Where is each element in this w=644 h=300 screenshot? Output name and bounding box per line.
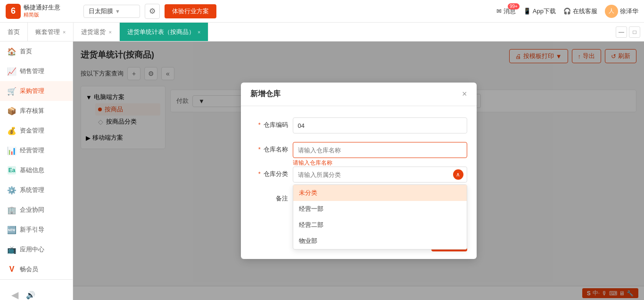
dropdown-item-dept1[interactable]: 经营一部 bbox=[293, 201, 467, 217]
note-label: 备注 bbox=[250, 191, 288, 203]
app-name: 畅捷通好生意 bbox=[24, 4, 60, 12]
top-bar: 6 畅捷通好生意 精简版 日太阳膜 ▼ ⚙ 体验行业方案 ✉ 消息 99+ 📱 … bbox=[0, 0, 644, 23]
dropdown-item-dept2[interactable]: 经营二部 bbox=[293, 217, 467, 233]
purchase-icon: 🛒 bbox=[8, 87, 16, 95]
sidebar-collapse-button[interactable]: ◀ bbox=[8, 285, 22, 300]
modal-header: 新增仓库 × bbox=[241, 83, 477, 106]
sidebar-label-sales: 销售管理 bbox=[20, 67, 44, 75]
sidebar-item-basic[interactable]: Ea 基础信息 bbox=[0, 160, 73, 180]
online-service-label: 在线客服 bbox=[573, 7, 597, 16]
sidebar-label-finance: 资金管理 bbox=[20, 126, 44, 135]
store-selector[interactable]: 日太阳膜 ▼ bbox=[83, 5, 140, 18]
messages-button[interactable]: ✉ 消息 99+ bbox=[496, 7, 516, 16]
category-select-wrapper: ∧ 未分类 经营一部 经营二部 物业部 bbox=[293, 167, 467, 183]
code-label: * 仓库编码 bbox=[250, 117, 288, 129]
name-input[interactable] bbox=[293, 142, 467, 158]
enterprise-icon: 🏢 bbox=[8, 206, 16, 214]
sidebar-label-system: 系统管理 bbox=[20, 186, 44, 194]
category-label: * 仓库分类 bbox=[250, 167, 288, 178]
form-row-code: * 仓库编码 bbox=[250, 117, 467, 133]
logo-area: 6 畅捷通好生意 精简版 bbox=[6, 4, 79, 19]
sidebar-item-sales[interactable]: 📈 销售管理 bbox=[0, 61, 73, 81]
tab-home[interactable]: 首页 bbox=[0, 23, 28, 41]
sidebar-item-newbie[interactable]: 🆕 新手引导 bbox=[0, 220, 73, 240]
top-right-area: ✉ 消息 99+ 📱 App下载 🎧 在线客服 人 徐泽华 bbox=[496, 5, 638, 18]
modal-body: * 仓库编码 * 仓库名称 请输入仓库名称 bbox=[241, 106, 477, 219]
sidebar-item-enterprise[interactable]: 🏢 企业协同 bbox=[0, 200, 73, 220]
category-input[interactable] bbox=[293, 167, 467, 183]
sidebar-item-operation[interactable]: 📊 经营管理 bbox=[0, 141, 73, 160]
volume-icon[interactable]: 🔊 bbox=[26, 291, 35, 300]
tab-purchase-return-label: 进货退货 bbox=[81, 28, 106, 36]
tab-purchase-stats-label: 进货单统计表（按商品） bbox=[127, 28, 195, 36]
app-edition: 精简版 bbox=[24, 11, 60, 18]
tab-account[interactable]: 账套管理 × bbox=[28, 23, 74, 41]
store-name: 日太阳膜 bbox=[89, 7, 113, 16]
tab-minimize-button[interactable]: — bbox=[616, 26, 627, 38]
settings-gear-button[interactable]: ⚙ bbox=[145, 4, 160, 19]
name-label: * 仓库名称 bbox=[250, 142, 288, 154]
sidebar-item-purchase[interactable]: 🛒 采购管理 bbox=[0, 81, 73, 101]
sidebar-label-home: 首页 bbox=[20, 47, 32, 56]
sidebar-label-operation: 经营管理 bbox=[20, 146, 44, 155]
sales-icon: 📈 bbox=[8, 67, 16, 75]
dropdown-item-unclassified[interactable]: 未分类 bbox=[293, 185, 467, 201]
user-profile-button[interactable]: 人 徐泽华 bbox=[605, 5, 638, 18]
modal-overlay: 新增仓库 × * 仓库编码 * bbox=[73, 42, 644, 300]
sidebar: 🏠 首页 📈 销售管理 🛒 采购管理 📦 库存核算 💰 资金管理 📊 经营管理 … bbox=[0, 42, 73, 300]
modal-close-button[interactable]: × bbox=[462, 89, 467, 99]
basic-icon: Ea bbox=[8, 166, 16, 175]
sidebar-item-inventory[interactable]: 📦 库存核算 bbox=[0, 101, 73, 121]
store-selector-arrow: ▼ bbox=[115, 8, 120, 14]
user-name: 徐泽华 bbox=[620, 7, 638, 16]
operation-icon: 📊 bbox=[8, 146, 16, 155]
code-input[interactable] bbox=[293, 117, 467, 133]
trial-button[interactable]: 体验行业方案 bbox=[165, 4, 216, 18]
sidebar-label-purchase: 采购管理 bbox=[20, 87, 44, 95]
appcenter-icon: 📺 bbox=[8, 245, 16, 254]
tab-maximize-button[interactable]: □ bbox=[629, 26, 640, 38]
headset-icon: 🎧 bbox=[563, 8, 571, 15]
tab-bar: 首页 账套管理 × 进货退货 × 进货单统计表（按商品） × — □ bbox=[0, 23, 644, 42]
tab-purchase-stats[interactable]: 进货单统计表（按商品） × bbox=[120, 23, 208, 41]
vip-icon: V bbox=[8, 265, 16, 274]
tab-account-close[interactable]: × bbox=[63, 29, 66, 35]
tab-account-label: 账套管理 bbox=[35, 28, 60, 36]
sidebar-label-enterprise: 企业协同 bbox=[20, 206, 44, 214]
sidebar-label-inventory: 库存核算 bbox=[20, 107, 44, 115]
category-dropdown-toggle[interactable]: ∧ bbox=[453, 169, 463, 180]
sidebar-item-system[interactable]: ⚙️ 系统管理 bbox=[0, 180, 73, 200]
dropdown-item-dept3[interactable]: 物业部 bbox=[293, 233, 467, 249]
sidebar-item-finance[interactable]: 💰 资金管理 bbox=[0, 121, 73, 141]
finance-icon: 💰 bbox=[8, 126, 16, 135]
main-layout: 🏠 首页 📈 销售管理 🛒 采购管理 📦 库存核算 💰 资金管理 📊 经营管理 … bbox=[0, 42, 644, 300]
sidebar-label-newbie: 新手引导 bbox=[20, 225, 44, 234]
modal-new-warehouse: 新增仓库 × * 仓库编码 * bbox=[241, 83, 477, 259]
newbie-icon: 🆕 bbox=[8, 225, 16, 234]
sidebar-label-appcenter: 应用中心 bbox=[20, 245, 44, 254]
sidebar-item-home[interactable]: 🏠 首页 bbox=[0, 42, 73, 61]
inventory-icon: 📦 bbox=[8, 107, 16, 115]
tab-window-controls: — □ bbox=[612, 23, 644, 41]
messages-badge: 99+ bbox=[508, 3, 520, 9]
tab-purchase-stats-close[interactable]: × bbox=[198, 29, 200, 35]
sidebar-bottom: ◀ 🔊 bbox=[0, 279, 73, 300]
tab-purchase-return-close[interactable]: × bbox=[108, 29, 111, 35]
app-download-label: App下载 bbox=[533, 7, 556, 16]
form-row-category: * 仓库分类 ∧ 未分类 经营一部 经营二部 物业部 bbox=[250, 167, 467, 183]
app-download-button[interactable]: 📱 App下载 bbox=[523, 7, 556, 16]
phone-icon: 📱 bbox=[523, 8, 531, 15]
system-icon: ⚙️ bbox=[8, 186, 16, 194]
category-dropdown-list: 未分类 经营一部 经营二部 物业部 bbox=[293, 184, 467, 250]
online-service-button[interactable]: 🎧 在线客服 bbox=[563, 7, 597, 16]
tab-home-label: 首页 bbox=[8, 28, 20, 36]
sidebar-label-vip: 畅会员 bbox=[20, 265, 38, 274]
user-avatar: 人 bbox=[605, 5, 618, 18]
app-logo-icon: 6 bbox=[6, 4, 21, 19]
message-icon: ✉ bbox=[496, 8, 502, 15]
form-row-name: * 仓库名称 请输入仓库名称 bbox=[250, 142, 467, 158]
sidebar-item-vip[interactable]: V 畅会员 bbox=[0, 259, 73, 279]
tab-purchase-return[interactable]: 进货退货 × bbox=[74, 23, 119, 41]
home-icon: 🏠 bbox=[8, 47, 16, 56]
sidebar-item-appcenter[interactable]: 📺 应用中心 bbox=[0, 240, 73, 259]
